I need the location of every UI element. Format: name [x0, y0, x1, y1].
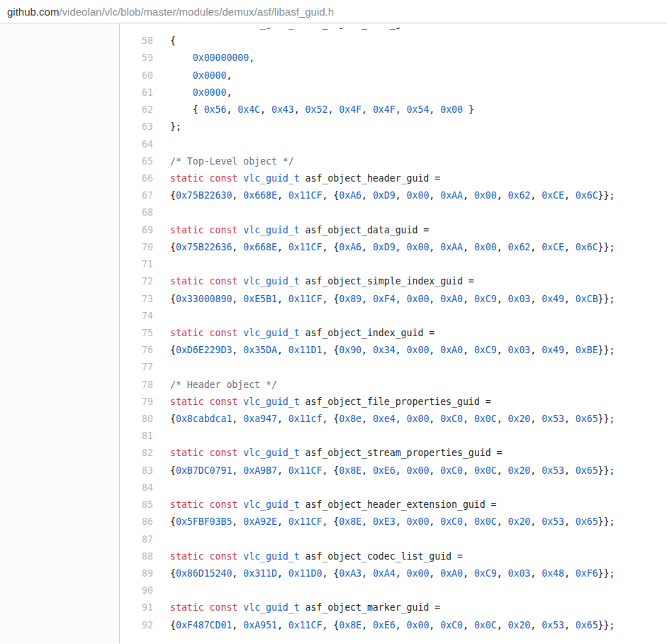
code-token: static: [170, 396, 204, 407]
code-token: , {: [322, 242, 339, 252]
code-token: 0x0C: [474, 413, 497, 424]
line-number[interactable]: 68: [120, 204, 153, 221]
line-number[interactable]: 58: [120, 33, 153, 50]
code-token: ,: [463, 465, 474, 476]
code-token: [170, 70, 193, 81]
code-token: }};: [598, 294, 615, 304]
code-token: ,: [396, 190, 407, 201]
code-token: static: [170, 551, 204, 562]
code-token: 0x00: [407, 413, 430, 424]
code-token: ,: [463, 568, 474, 579]
code-token: {: [170, 242, 176, 252]
url-path: /videolan/vlc/blob/master/modules/demux/…: [59, 6, 334, 18]
code-token: 0x8E: [339, 465, 361, 476]
line-number[interactable]: 87: [120, 531, 153, 548]
code-token: ,: [530, 568, 542, 579]
code-token: [170, 52, 193, 63]
code-token: 0x52: [306, 104, 328, 115]
code-token: 0xD9: [373, 242, 396, 252]
code-token: ,: [226, 70, 232, 81]
line-number[interactable]: 92: [120, 617, 153, 634]
line-number[interactable]: 61: [120, 84, 153, 101]
code-line: 81: [120, 428, 667, 445]
code-token: 0x20: [508, 620, 531, 631]
code-token: vlc_guid_t: [243, 448, 299, 458]
code-token: 0x11CF: [288, 190, 323, 201]
line-number[interactable]: 76: [120, 342, 153, 359]
code-token: ,: [277, 568, 288, 579]
browser-url-bar[interactable]: github.com/videolan/vlc/blob/master/modu…: [0, 0, 667, 23]
line-number[interactable]: 74: [120, 308, 153, 325]
code-token: 0x33000890: [176, 294, 232, 304]
line-number[interactable]: 79: [120, 394, 153, 411]
code-token: ,: [463, 620, 474, 631]
code-token: 0x54: [407, 104, 430, 115]
code-token: 0xC0: [440, 516, 463, 527]
code-text: static const vlc_guid_t asf_object_marke…: [170, 599, 440, 616]
line-number[interactable]: 89: [120, 565, 153, 582]
line-number[interactable]: 83: [120, 462, 153, 479]
code-token: static: [170, 602, 204, 613]
code-token: 0x00: [407, 620, 430, 631]
code-token: 0xD9: [373, 190, 396, 201]
line-number[interactable]: 64: [120, 136, 153, 153]
code-token: 0xC9: [474, 294, 497, 304]
line-number[interactable]: 78: [120, 377, 153, 394]
code-line: 77: [120, 359, 667, 376]
code-line: 71: [120, 256, 667, 273]
line-number[interactable]: 63: [120, 118, 153, 135]
line-number[interactable]: 86: [120, 513, 153, 531]
line-number[interactable]: 80: [120, 411, 153, 428]
code-token: {: [170, 190, 176, 201]
code-text: };: [170, 118, 181, 135]
line-number[interactable]: 91: [120, 599, 153, 616]
line-number[interactable]: 66: [120, 170, 153, 187]
line-number[interactable]: 57: [120, 23, 153, 33]
code-token: ,: [429, 294, 440, 304]
code-token: ,: [463, 190, 474, 201]
code-line: 80{0x8cabdca1, 0xa947, 0x11cf, {0x8e, 0x…: [120, 411, 667, 428]
line-number[interactable]: 73: [120, 291, 153, 308]
line-number[interactable]: 88: [120, 548, 153, 565]
code-token: 0x20: [508, 413, 531, 424]
line-number[interactable]: 82: [120, 445, 153, 462]
code-token: 0x53: [542, 620, 564, 631]
line-number[interactable]: 69: [120, 222, 153, 239]
code-token: ,: [530, 413, 542, 424]
line-number[interactable]: 84: [120, 479, 153, 496]
code-token: asf_object_marker_guid =: [300, 602, 441, 613]
code-line: 73{0x33000890, 0xE5B1, 0x11CF, {0x89, 0x…: [120, 291, 667, 308]
line-number[interactable]: 81: [120, 428, 153, 445]
code-token: ,: [463, 413, 474, 424]
code-token: 0xA951: [243, 620, 277, 631]
code-text: /* Top-Level object */: [170, 153, 294, 170]
code-line: 72static const vlc_guid_t asf_object_sim…: [120, 273, 667, 290]
code-token: ,: [396, 516, 407, 527]
code-token: ,: [564, 413, 576, 424]
code-token: , {: [322, 345, 339, 355]
line-number[interactable]: 75: [120, 325, 153, 342]
line-number[interactable]: 60: [120, 67, 153, 84]
code-token: ,: [530, 620, 542, 631]
code-token: 0xA4: [373, 568, 396, 579]
line-number[interactable]: 65: [120, 153, 153, 170]
line-number[interactable]: 90: [120, 582, 153, 599]
code-token: 0xCB: [576, 294, 598, 304]
line-number[interactable]: 62: [120, 101, 153, 118]
code-token: 0xD6E229D3: [176, 345, 232, 355]
line-number[interactable]: 71: [120, 256, 153, 273]
line-number[interactable]: 70: [120, 239, 153, 256]
code-token: 0x4F: [373, 104, 396, 115]
line-number[interactable]: 72: [120, 273, 153, 290]
code-token: vlc_guid_t: [243, 23, 299, 29]
line-number[interactable]: 77: [120, 359, 153, 376]
line-number[interactable]: 59: [120, 50, 153, 67]
code-text: {0xD6E229D3, 0x35DA, 0x11D1, {0x90, 0x34…: [170, 342, 615, 359]
code-token: [204, 499, 210, 510]
code-token: ,: [277, 242, 288, 252]
code-token: ,: [396, 104, 407, 115]
code-token: ,: [497, 516, 508, 527]
line-number[interactable]: 85: [120, 496, 153, 513]
code-text: {0x5FBF03B5, 0xA92E, 0x11CF, {0x8E, 0xE3…: [170, 513, 615, 531]
line-number[interactable]: 67: [120, 187, 153, 204]
